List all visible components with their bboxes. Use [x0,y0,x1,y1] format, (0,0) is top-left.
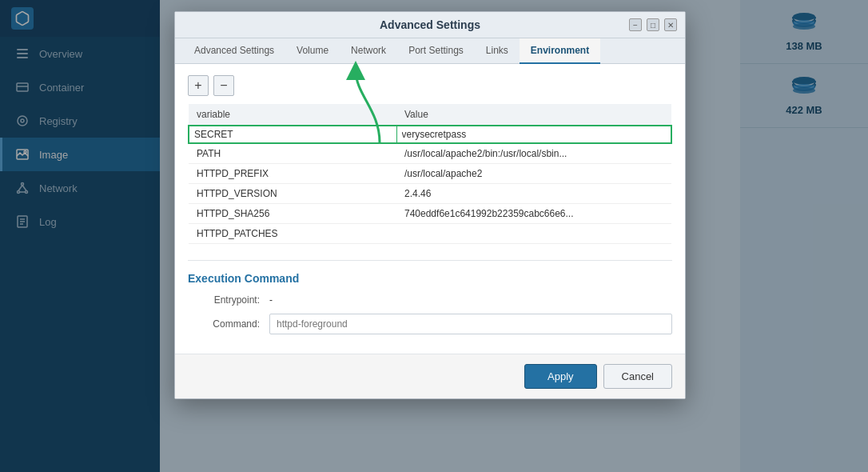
dialog-controls: − □ ✕ [629,18,677,31]
value-cell-httpd-version: 2.4.46 [396,184,671,204]
apply-button[interactable]: Apply [524,364,597,389]
variable-label-httpd-patches: HTTPD_PATCHES [197,228,278,239]
table-header-row: variable Value [189,104,671,126]
remove-variable-button[interactable]: − [213,75,234,96]
tab-links[interactable]: Links [475,38,520,64]
dialog-footer: Apply Cancel [175,354,685,398]
value-cell-path: /usr/local/apache2/bin:/usr/local/sbin..… [396,143,671,164]
entrypoint-label: Entrypoint: [188,294,260,306]
table-header-variable: variable [189,104,396,126]
table-row: PATH /usr/local/apache2/bin:/usr/local/s… [189,143,671,164]
table-row [189,126,671,143]
env-toolbar: + − [188,75,672,96]
table-row: HTTPD_PREFIX /usr/local/apache2 [189,164,671,184]
tab-network[interactable]: Network [340,38,397,64]
variable-cell-httpd-prefix: HTTPD_PREFIX [189,164,396,184]
variable-cell-path: PATH [189,143,396,164]
value-input-secret[interactable] [402,129,667,140]
value-cell-httpd-patches [396,224,671,244]
dialog-titlebar: Advanced Settings − □ ✕ [175,12,685,38]
dialog-title: Advanced Settings [185,18,675,31]
variable-cell-httpd-sha256: HTTPD_SHA256 [189,204,396,224]
dialog-maximize-button[interactable]: □ [647,18,659,31]
cancel-button[interactable]: Cancel [603,364,672,389]
table-row: HTTPD_PATCHES [189,224,671,244]
tab-port-settings[interactable]: Port Settings [397,38,475,64]
variable-cell-secret [189,126,396,143]
table-row: HTTPD_SHA256 740eddf6e1c641992b22359cabc… [189,204,671,224]
tab-volume[interactable]: Volume [285,38,340,64]
variable-cell-httpd-patches: HTTPD_PATCHES [189,224,396,244]
advanced-settings-dialog: Advanced Settings − □ ✕ Advanced Setting… [174,11,686,399]
value-cell-httpd-prefix: /usr/local/apache2 [396,164,671,184]
variable-label-httpd-prefix: HTTPD_PREFIX [197,168,269,179]
add-variable-button[interactable]: + [188,75,209,96]
variable-label-httpd-version: HTTPD_VERSION [197,188,277,199]
value-cell-secret [396,126,671,143]
command-input[interactable] [269,314,672,334]
table-header-value: Value [396,104,671,126]
dialog-body: + − variable Value [175,64,685,354]
value-cell-httpd-sha256: 740eddf6e1c641992b22359cabc66e6... [396,204,671,224]
dialog-minimize-button[interactable]: − [629,18,642,31]
value-label-httpd-version: 2.4.46 [404,188,431,199]
value-label-httpd-prefix: /usr/local/apache2 [404,168,482,179]
entrypoint-value: - [269,294,273,306]
entrypoint-row: Entrypoint: - [188,294,672,306]
variable-cell-httpd-version: HTTPD_VERSION [189,184,396,204]
tab-environment[interactable]: Environment [520,38,600,64]
execution-command-title: Execution Command [188,272,672,285]
variable-label-httpd-sha256: HTTPD_SHA256 [197,208,269,219]
value-label-httpd-sha256: 740eddf6e1c641992b22359cabc66e6... [404,208,574,219]
dialog-tabs: Advanced Settings Volume Network Port Se… [175,38,685,64]
command-label: Command: [188,318,260,330]
command-row: Command: [188,314,672,334]
env-variables-table: variable Value [188,104,672,244]
table-row: HTTPD_VERSION 2.4.46 [189,184,671,204]
dialog-close-button[interactable]: ✕ [664,18,677,31]
variable-label-path: PATH [197,148,221,159]
tab-advanced-settings[interactable]: Advanced Settings [183,38,285,64]
variable-input-secret[interactable] [194,129,392,140]
value-label-path: /usr/local/apache2/bin:/usr/local/sbin..… [404,148,567,159]
execution-command-section: Execution Command Entrypoint: - Command: [188,260,672,334]
